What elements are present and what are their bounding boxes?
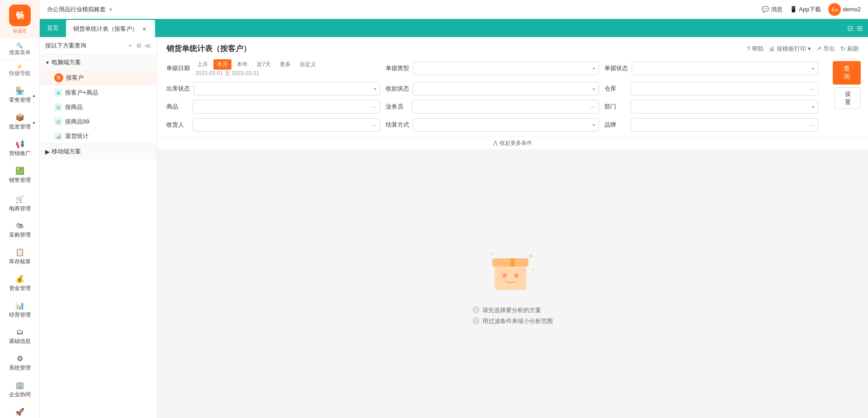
scheme-collapse-icon[interactable]: ≪ [145, 42, 151, 49]
date-tab-more[interactable]: 更多 [276, 59, 294, 70]
payment-status-control[interactable]: ▾ [413, 82, 599, 95]
tab-minimize-icon[interactable]: ⊟ [847, 24, 853, 33]
search-icon: 🔍 [0, 43, 39, 49]
ecommerce-icon: 🛒 [15, 195, 24, 204]
date-range-display: 2023-03-01 至 2023-03-31 [195, 70, 380, 77]
date-tab-this-year[interactable]: 本年 [233, 59, 251, 70]
header-right: 💬 消息 📱 App下载 Ea demo2 [762, 3, 861, 16]
query-area: 销货单统计表（按客户） ? 帮助 🖨 按模板打印 ▾ ↗ [157, 37, 868, 418]
operations-label: 经营管理 [9, 311, 31, 319]
filter-row-3: 收货人 ··· 结算方式 ▾ [166, 118, 818, 132]
svg-point-4 [514, 273, 519, 278]
tab-home[interactable]: 首页 [40, 19, 66, 37]
scheme-settings-icon[interactable]: ⚙ [136, 42, 142, 49]
purchase-label: 采购管理 [9, 231, 31, 239]
refresh-action[interactable]: ↻ 刷新 [840, 45, 859, 53]
scheme-item-by-customer[interactable]: 客 按客户 [40, 70, 157, 86]
logo-icon: 畅 [9, 5, 31, 26]
brand-dots-icon: ··· [809, 121, 814, 128]
refresh-label: 刷新 [847, 45, 859, 53]
sidebar-item-purchase[interactable]: 🛍 采购管理 [0, 217, 39, 243]
warehouse-dots-icon: ··· [809, 85, 814, 92]
by-goods-icon: ⊟ [54, 103, 62, 111]
svg-rect-0 [495, 263, 526, 290]
date-label: 单据日期 [166, 64, 190, 72]
sidebar-item-inventory[interactable]: 📋 库存核算 [0, 243, 39, 270]
setting-button[interactable]: 设置 [835, 87, 861, 109]
sales-icon: 💹 [15, 166, 24, 175]
main-area: 办公用品行业模拟账套 ▾ 💬 消息 📱 App下载 Ea demo2 首页 [40, 0, 868, 418]
tab-home-label: 首页 [47, 24, 59, 32]
filter-and-buttons: 单据日期 上月 本月 本年 近7天 更多 自定义 [157, 54, 868, 136]
empty-svg [481, 240, 544, 299]
scheme-item-by-customer-goods[interactable]: ⊞ 按客户+商品 [40, 86, 157, 100]
sidebar-item-finance[interactable]: 💰 资金管理 [0, 270, 39, 297]
salesperson-control[interactable]: ··· [412, 100, 599, 114]
sidebar-nav-shortcut[interactable]: ⚡ 快捷导航 [0, 61, 39, 80]
warehouse-control[interactable]: ··· [631, 82, 818, 95]
by-customer-goods-label: 按客户+商品 [65, 89, 98, 97]
sidebar-item-retail[interactable]: 🏪 零售管理 [0, 82, 39, 109]
sidebar-item-base[interactable]: 🗂 基础信息 [0, 323, 39, 350]
export-action[interactable]: ↗ 导出 [816, 45, 835, 53]
goods-control[interactable]: ··· [193, 100, 380, 114]
tab-close-icon[interactable]: ✕ [141, 25, 148, 33]
sidebar-item-newguide[interactable]: 🚀 新手引导 [0, 403, 39, 418]
sidebar-item-ecommerce[interactable]: 🛒 电商管理 [0, 190, 39, 217]
empty-text: 1 请先选择要分析的方案 2 用过滤条件来缩小分析范围 [472, 306, 553, 328]
scheme-group-desktop-title[interactable]: ▼ 电脑端方案 [40, 55, 157, 70]
tab-bar: 首页 销货单统计表（按客户） ✕ ⊟ ⊞ [40, 19, 868, 37]
filter-item-bill-type: 单据类型 ▾ [386, 59, 599, 77]
out-status-arrow-icon: ▾ [374, 86, 376, 91]
bill-status-control[interactable]: ▾ [632, 62, 818, 75]
date-tab-last7days[interactable]: 近7天 [253, 59, 274, 70]
message-button[interactable]: 💬 消息 [762, 5, 783, 14]
brand-control[interactable]: ··· [631, 118, 818, 132]
print-action[interactable]: 🖨 按模板打印 ▾ [769, 45, 811, 53]
query-button[interactable]: 查询 [833, 61, 861, 85]
department-control[interactable]: ▾ [631, 100, 818, 114]
department-arrow-icon: ▾ [812, 104, 814, 109]
sidebar-item-wholesale[interactable]: 📦 批发管理 [0, 109, 39, 135]
scheme-item-by-goods[interactable]: ⊟ 按商品 [40, 100, 157, 114]
sidebar-item-enterprise[interactable]: 🏢 企业协同 [0, 376, 39, 403]
scheme-item-return-stats[interactable]: 📊 退货统计 [40, 129, 157, 143]
bill-type-control[interactable]: ▾ [413, 62, 599, 75]
out-status-control[interactable]: ▾ [193, 82, 380, 95]
payment-method-control[interactable]: ▾ [413, 118, 599, 132]
filter-item-brand: 品牌 ··· [604, 118, 818, 132]
sidebar-item-system[interactable]: ⚙ 系统管理 [0, 350, 39, 376]
app-download-button[interactable]: 📱 App下载 [790, 5, 821, 14]
sidebar-item-marketing[interactable]: 📢 营销推广 [0, 135, 39, 162]
header-dropdown-icon[interactable]: ▾ [109, 6, 112, 13]
goods-dots-icon: ··· [371, 103, 376, 110]
date-tab-this-month[interactable]: 本月 [213, 59, 231, 70]
retail-icon: 🏪 [15, 86, 24, 95]
receiver-control[interactable]: ··· [193, 118, 380, 132]
date-tab-custom[interactable]: 自定义 [296, 59, 320, 70]
refresh-icon: ↻ [840, 45, 845, 52]
scheme-group-mobile[interactable]: ▶ 移动端方案 [40, 143, 157, 159]
sidebar: 畅 标题页 🔍 搜索菜单 ⚡ 快捷导航 🏪 零售管理 📦 批发管理 📢 营销推广… [0, 0, 40, 418]
sidebar-search[interactable]: 🔍 搜索菜单 [0, 39, 39, 61]
date-tab-last-month[interactable]: 上月 [193, 59, 212, 70]
collapse-row[interactable]: ⋀ 收起更多条件 [157, 136, 868, 150]
scheme-add-icon[interactable]: ＋ [127, 42, 133, 50]
marketing-icon: 📢 [15, 140, 24, 148]
help-action[interactable]: ? 帮助 [747, 45, 764, 53]
scheme-item-by-goods-99[interactable]: ⊟ 按商品99 [40, 114, 157, 129]
user-profile[interactable]: Ea demo2 [828, 3, 861, 16]
filter-item-payment-method: 结算方式 ▾ [386, 118, 599, 132]
user-name: demo2 [843, 6, 861, 13]
sidebar-item-operations[interactable]: 📊 经营管理 [0, 297, 39, 323]
by-goods-99-icon: ⊟ [54, 118, 62, 126]
tab-fullscreen-icon[interactable]: ⊞ [857, 24, 863, 33]
sidebar-item-sales[interactable]: 💹 销售管理 [0, 162, 39, 189]
tab-sales-stats[interactable]: 销货单统计表（按客户） ✕ [66, 20, 155, 38]
filter-item-bill-status: 单据状态 ▾ [604, 59, 818, 77]
svg-rect-2 [510, 258, 515, 266]
header-title: 办公用品行业模拟账套 [47, 5, 106, 14]
payment-method-label: 结算方式 [386, 121, 409, 129]
avatar-text: Ea [832, 7, 838, 12]
enterprise-icon: 🏢 [15, 381, 24, 390]
